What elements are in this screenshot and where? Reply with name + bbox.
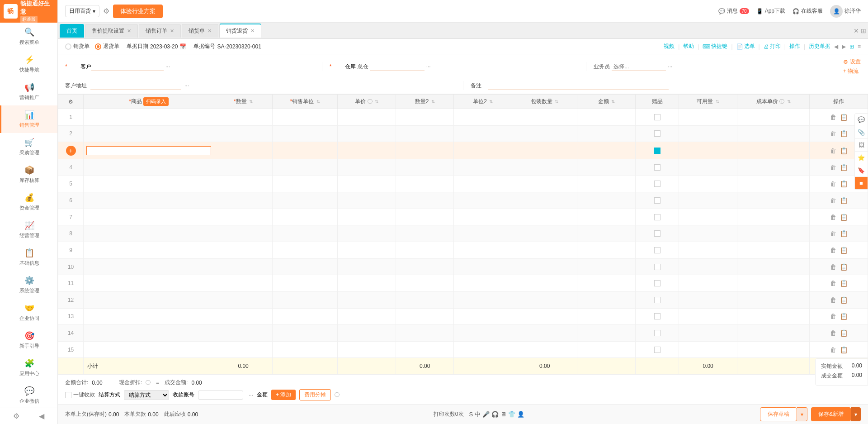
history-link[interactable]: 历史单据 (809, 43, 830, 50)
side-orange-icon[interactable]: ■ (855, 177, 868, 190)
qty2-cell-12[interactable] (396, 291, 454, 308)
shortcuts-link[interactable]: ⌨ 快捷键 (703, 43, 727, 50)
price-cell-8[interactable] (338, 225, 396, 242)
gift-cell-6[interactable] (635, 192, 679, 209)
unit2-cell-5[interactable] (454, 176, 512, 192)
cost-cell-14[interactable] (737, 325, 810, 342)
customer-input[interactable] (91, 62, 164, 71)
account-search-icon[interactable]: ··· (249, 392, 253, 398)
qty2-cell-11[interactable] (396, 275, 454, 292)
online-service-btn[interactable]: 🎧 在线客服 (793, 7, 823, 15)
settings-icon[interactable]: ⚙ (13, 412, 19, 420)
gift-cell-11[interactable] (635, 275, 679, 292)
unit2-cell-2[interactable] (454, 125, 512, 142)
gift-cell-1[interactable] (635, 109, 679, 126)
copy-icon-13[interactable]: 📋 (840, 313, 848, 320)
unit2-cell-13[interactable] (454, 308, 512, 325)
product-cell-9[interactable] (84, 242, 214, 259)
sidebar-item-12[interactable]: 🧩应用中心 (0, 354, 57, 381)
save-draft-chevron[interactable]: ▾ (797, 407, 807, 421)
unit-cell-5[interactable] (272, 176, 338, 192)
unit2-cell-3[interactable] (454, 142, 512, 159)
qty2-cell-9[interactable] (396, 242, 454, 259)
gift-cb-3[interactable] (654, 148, 660, 154)
cost-cell-13[interactable] (737, 308, 810, 325)
avail-cell-4[interactable] (679, 159, 737, 176)
qty-cell-3[interactable] (214, 142, 273, 159)
qty2-cell-1[interactable] (396, 109, 454, 126)
delete-icon-4[interactable]: 🗑 (830, 164, 836, 171)
discount-info-icon[interactable]: ⓘ (146, 379, 151, 386)
pack-cell-12[interactable] (512, 291, 577, 308)
tab-return[interactable]: 销货退货 ✕ (219, 24, 261, 38)
pack-cell-8[interactable] (512, 225, 577, 242)
unit-cell-12[interactable] (272, 291, 338, 308)
amount-cell-2[interactable] (577, 125, 636, 142)
message-btn[interactable]: 💬 消息 70 (718, 7, 749, 15)
copy-icon-3[interactable]: 📋 (840, 147, 848, 154)
sidebar-item-3[interactable]: 📊销售管理 (0, 105, 57, 133)
copy-icon-4[interactable]: 📋 (840, 164, 848, 171)
sort-avail-icon[interactable]: ⇅ (716, 99, 719, 104)
qty-cell-4[interactable] (214, 159, 273, 176)
unit-cell-2[interactable] (272, 125, 338, 142)
qty-cell-1[interactable] (214, 109, 273, 126)
product-cell-14[interactable] (84, 325, 214, 342)
price-cell-14[interactable] (338, 325, 396, 342)
price-cell-5[interactable] (338, 176, 396, 192)
mic-icon[interactable]: 🎤 (482, 411, 490, 418)
copy-icon-14[interactable]: 📋 (840, 329, 848, 337)
unit-cell-8[interactable] (272, 225, 338, 242)
settings-btn[interactable]: ⚙ 设置 (843, 58, 861, 66)
sort-amount-icon[interactable]: ⇅ (611, 99, 615, 104)
delete-icon-11[interactable]: 🗑 (830, 280, 836, 287)
qty-cell-10[interactable] (214, 258, 273, 275)
sidebar-item-5[interactable]: 📦库存核算 (0, 161, 57, 188)
logistics-btn[interactable]: + 物流 (843, 67, 861, 75)
cost-cell-15[interactable] (737, 341, 810, 358)
pack-cell-3[interactable] (512, 142, 577, 159)
cost-cell-1[interactable] (737, 109, 810, 126)
delete-icon-8[interactable]: 🗑 (830, 230, 836, 237)
tab-sale-close[interactable]: ✕ (208, 28, 212, 34)
cost-cell-9[interactable] (737, 242, 810, 259)
qty2-cell-14[interactable] (396, 325, 454, 342)
copy-icon-7[interactable]: 📋 (840, 214, 848, 221)
gift-cb-1[interactable] (654, 114, 660, 120)
gift-cell-3[interactable] (635, 142, 679, 159)
address-input[interactable] (90, 81, 181, 90)
product-cell-2[interactable] (84, 125, 214, 142)
cost-cell-4[interactable] (737, 159, 810, 176)
select-doc-link[interactable]: 📄 选单 (736, 43, 755, 50)
delete-icon-7[interactable]: 🗑 (830, 214, 836, 221)
amount-cell-9[interactable] (577, 242, 636, 259)
tab-sale-price[interactable]: 售价提取设置 ✕ (85, 24, 138, 38)
side-clip-icon[interactable]: 📎 (855, 126, 868, 139)
unit2-cell-7[interactable] (454, 209, 512, 225)
cost-cell-10[interactable] (737, 258, 810, 275)
amount-cell-12[interactable] (577, 291, 636, 308)
scan-btn[interactable]: 扫码录入 (143, 97, 169, 106)
pack-cell-13[interactable] (512, 308, 577, 325)
avail-cell-14[interactable] (679, 325, 737, 342)
avail-cell-9[interactable] (679, 242, 737, 259)
delete-icon-6[interactable]: 🗑 (830, 197, 836, 204)
topbar-gear-icon[interactable]: ⚙ (103, 7, 109, 15)
qty2-cell-13[interactable] (396, 308, 454, 325)
cost-cell-11[interactable] (737, 275, 810, 292)
tab-sale-order[interactable]: 销售订单 ✕ (139, 24, 181, 38)
delete-icon-13[interactable]: 🗑 (830, 313, 836, 320)
gift-cell-12[interactable] (635, 291, 679, 308)
product-cell-5[interactable] (84, 176, 214, 192)
pack-cell-11[interactable] (512, 275, 577, 292)
amount-cell-1[interactable] (577, 109, 636, 126)
avail-cell-12[interactable] (679, 291, 737, 308)
product-cell-11[interactable] (84, 275, 214, 292)
qty-cell-2[interactable] (214, 125, 273, 142)
sidebar-item-13[interactable]: 💬企业微信 (0, 381, 57, 408)
sidebar-item-9[interactable]: ⚙️系统管理 (0, 271, 57, 299)
add-payment-btn[interactable]: + 添加 (271, 390, 296, 400)
pack-cell-14[interactable] (512, 325, 577, 342)
tab-sale-price-close[interactable]: ✕ (127, 28, 131, 34)
gift-cb-10[interactable] (654, 264, 660, 270)
